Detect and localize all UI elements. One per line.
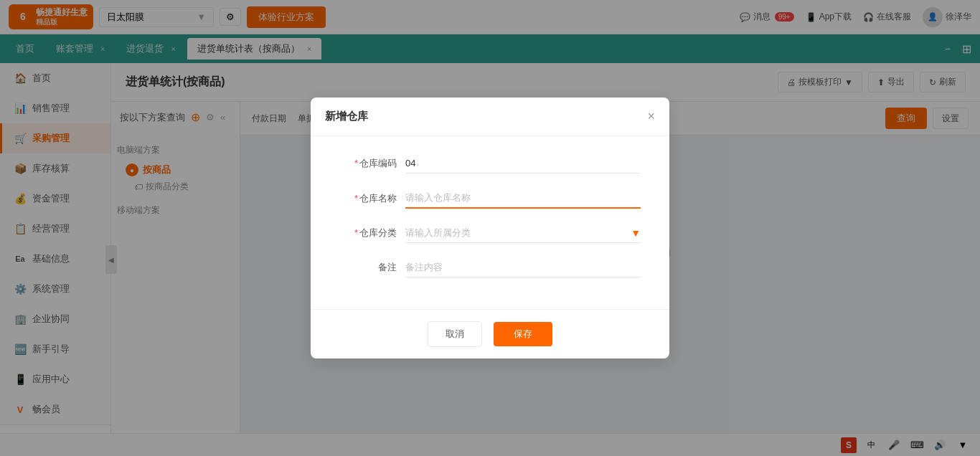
modal-overlay: 新增仓库 × 仓库编码 仓库名称 仓库分类 请输入所属分类 ▼ xyxy=(0,0,980,456)
cancel-button[interactable]: 取消 xyxy=(428,321,482,347)
warehouse-code-label: 仓库编码 xyxy=(339,157,397,170)
warehouse-category-wrapper: 请输入所属分类 ▼ xyxy=(405,223,641,243)
warehouse-name-input[interactable] xyxy=(405,188,641,209)
warehouse-note-input[interactable] xyxy=(405,257,641,277)
warehouse-note-row: 备注 xyxy=(339,257,641,277)
warehouse-category-row: 仓库分类 请输入所属分类 ▼ xyxy=(339,223,641,243)
dialog-body: 仓库编码 仓库名称 仓库分类 请输入所属分类 ▼ 备注 xyxy=(311,136,669,309)
new-warehouse-dialog: 新增仓库 × 仓库编码 仓库名称 仓库分类 请输入所属分类 ▼ xyxy=(311,98,669,358)
warehouse-note-label: 备注 xyxy=(339,261,397,274)
warehouse-code-input[interactable] xyxy=(405,153,641,174)
dialog-footer: 取消 保存 xyxy=(311,309,669,358)
warehouse-name-row: 仓库名称 xyxy=(339,188,641,209)
dialog-header: 新增仓库 × xyxy=(311,98,669,136)
warehouse-code-row: 仓库编码 xyxy=(339,153,641,174)
warehouse-category-label: 仓库分类 xyxy=(339,227,397,239)
save-button[interactable]: 保存 xyxy=(494,322,552,346)
warehouse-category-select[interactable]: 请输入所属分类 xyxy=(405,223,641,243)
dialog-title: 新增仓库 xyxy=(325,110,368,123)
dialog-close-button[interactable]: × xyxy=(647,109,655,124)
warehouse-name-label: 仓库名称 xyxy=(339,192,397,205)
